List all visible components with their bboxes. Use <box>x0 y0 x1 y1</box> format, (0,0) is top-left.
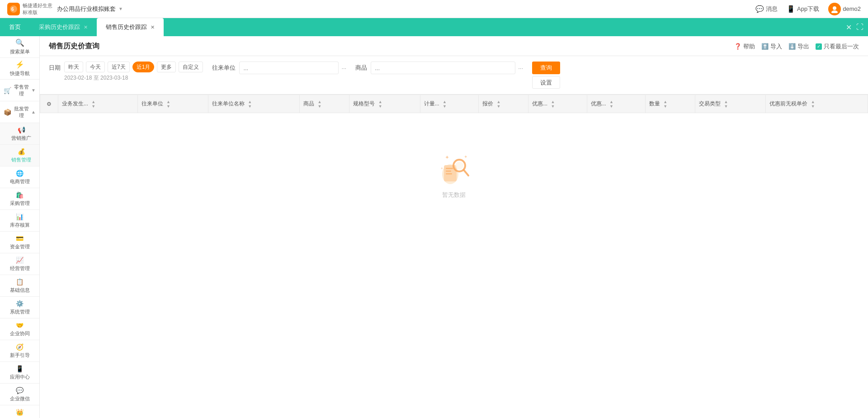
company-selector[interactable]: 办公用品行业模拟账套 ▼ <box>57 5 123 13</box>
fullscreen-icon[interactable]: ⛶ <box>856 23 863 31</box>
product-input[interactable] <box>371 62 515 74</box>
message-label: 消息 <box>766 5 778 13</box>
tab-sales-history[interactable]: 销售历史价跟踪 ✕ <box>97 18 164 36</box>
partner-filter-input: ··· <box>239 62 346 74</box>
app-download-label: App下载 <box>797 5 819 13</box>
only-last-checkbox[interactable]: ✓ 只看最后一次 <box>816 43 859 51</box>
message-button[interactable]: 💬 消息 <box>755 5 778 13</box>
sidebar-item-inventory[interactable]: 📊 库存核算 <box>0 210 39 232</box>
close-sales-history-icon[interactable]: ✕ <box>151 24 155 30</box>
sidebar-item-sales-mgmt[interactable]: 💰 销售管理 <box>0 145 39 166</box>
checkbox-icon: ✓ <box>816 43 822 50</box>
preset-last1m[interactable]: 近1月 <box>132 62 155 72</box>
partner-input[interactable] <box>239 62 339 74</box>
settings-button[interactable]: 设置 <box>532 76 560 89</box>
preset-today[interactable]: 今天 <box>86 62 105 72</box>
sidebar-app-label: 应用中心 <box>10 374 30 380</box>
table-col-pretax-price[interactable]: 优惠前无税单价 ▲▼ <box>766 95 868 113</box>
product-dots-icon[interactable]: ··· <box>518 65 523 71</box>
table-col-discount2[interactable]: 优惠... ▲▼ <box>587 95 645 113</box>
tab-bar-actions: ✕ ⛶ <box>846 23 868 32</box>
preset-more[interactable]: 更多 <box>157 62 176 72</box>
preset-custom[interactable]: 自定义 <box>179 62 203 72</box>
query-button[interactable]: 查询 <box>532 62 560 74</box>
app-download-button[interactable]: 📱 App下载 <box>787 5 819 13</box>
table-container: ⚙ 业务发生... ▲▼ 往来单位 ▲▼ 往来单位名称 ▲▼ <box>40 95 868 418</box>
table-gear-column[interactable]: ⚙ <box>40 95 58 113</box>
table-col-spec[interactable]: 规格型号 ▲▼ <box>349 95 420 113</box>
gear-icon[interactable]: ⚙ <box>47 101 52 107</box>
sidebar-finance-label: 资金管理 <box>10 243 30 250</box>
marketing-icon: 📢 <box>18 126 25 133</box>
guide-icon: 🧭 <box>16 343 24 351</box>
purchase-history-tab-label: 采购历史价跟踪 <box>39 23 80 31</box>
finance-icon: 💳 <box>16 235 24 242</box>
sidebar-search-menu-label: 搜索菜单 <box>10 48 30 55</box>
partner-dots-icon[interactable]: ··· <box>341 65 346 71</box>
table-col-partner-code[interactable]: 往来单位 ▲▼ <box>137 95 208 113</box>
table-col-biz-date[interactable]: 业务发生... ▲▼ <box>58 95 138 113</box>
sales-icon: 💰 <box>18 148 25 155</box>
import-button[interactable]: ⬆️ 导入 <box>761 43 782 51</box>
svg-rect-7 <box>446 171 451 172</box>
info-icon: 📋 <box>16 278 24 285</box>
sidebar-sales-label: 销售管理 <box>11 157 31 163</box>
sidebar-item-member[interactable]: 👑 畅会员 <box>0 405 39 418</box>
main-layout: 🔍 搜索菜单 ⚡ 快捷导航 🛒 零售管理 ▼ 📦 批发管理 ▲ 📢 营销推广 💰… <box>0 36 868 418</box>
close-all-tabs-icon[interactable]: ✕ <box>846 23 852 32</box>
tab-home[interactable]: 首页 <box>0 18 30 36</box>
preset-last7[interactable]: 近7天 <box>108 62 130 72</box>
sidebar-collab-label: 企业协同 <box>10 330 30 337</box>
ecommerce-icon: 🌐 <box>16 170 24 177</box>
table-col-product[interactable]: 商品 ▲▼ <box>300 95 349 113</box>
sidebar-item-new-guide[interactable]: 🧭 新手引导 <box>0 340 39 362</box>
help-button[interactable]: ❓ 帮助 <box>734 43 755 51</box>
close-purchase-history-icon[interactable]: ✕ <box>84 24 88 30</box>
sidebar-business-label: 经营管理 <box>10 265 30 272</box>
empty-state: ✦ ✦ ✦ 暂无数据 <box>40 113 868 235</box>
sidebar-item-search-menu[interactable]: 🔍 搜索菜单 <box>0 36 39 58</box>
tab-purchase-history[interactable]: 采购历史价跟踪 ✕ <box>30 18 97 36</box>
filter-bar: 日期 昨天 今天 近7天 近1月 更多 自定义 2023-02-18 至 202… <box>40 56 868 95</box>
sort-icon: ▲▼ <box>724 100 728 109</box>
sort-icon: ▲▼ <box>551 100 555 109</box>
table-col-trade-type[interactable]: 交易类型 ▲▼ <box>695 95 766 113</box>
table-col-quantity[interactable]: 数量 ▲▼ <box>645 95 695 113</box>
sidebar-item-quick-nav[interactable]: ⚡ 快捷导航 <box>0 58 39 80</box>
table-col-unit[interactable]: 计量... ▲▼ <box>420 95 478 113</box>
export-button[interactable]: ⬇️ 导出 <box>788 43 809 51</box>
sidebar-item-purchase-mgmt[interactable]: 🛍️ 采购管理 <box>0 188 39 210</box>
svg-text:✦: ✦ <box>445 154 449 161</box>
user-name-label: demo2 <box>843 5 861 12</box>
sidebar-item-finance[interactable]: 💳 资金管理 <box>0 232 39 253</box>
sidebar-item-marketing[interactable]: 📢 营销推广 <box>0 123 39 145</box>
company-selector-label: 办公用品行业模拟账套 <box>57 5 116 13</box>
sidebar-guide-label: 新手引导 <box>10 352 30 359</box>
chevron-down-icon: ▼ <box>31 88 36 93</box>
sidebar-item-ecommerce[interactable]: 🌐 电商管理 <box>0 166 39 188</box>
sidebar-item-enterprise-wechat[interactable]: 💬 企业微信 <box>0 384 39 405</box>
tab-bar: 首页 采购历史价跟踪 ✕ 销售历史价跟踪 ✕ ✕ ⛶ <box>0 18 868 36</box>
table-col-partner-name[interactable]: 往来单位名称 ▲▼ <box>208 95 299 113</box>
date-options: 昨天 今天 近7天 近1月 更多 自定义 2023-02-18 至 2023-0… <box>64 62 203 82</box>
date-filter-label: 日期 <box>49 62 61 74</box>
table-col-price[interactable]: 报价 ▲▼ <box>479 95 528 113</box>
preset-yesterday[interactable]: 昨天 <box>64 62 83 72</box>
sort-icon: ▲▼ <box>443 100 447 109</box>
sidebar-item-wholesale-mgmt[interactable]: 📦 批发管理 ▲ <box>0 101 39 123</box>
sidebar-retail-label: 零售管理 <box>12 84 30 97</box>
sidebar-item-system[interactable]: ⚙️ 系统管理 <box>0 297 39 318</box>
sidebar-item-retail-mgmt[interactable]: 🛒 零售管理 ▼ <box>0 80 39 101</box>
sidebar-item-app-center[interactable]: 📱 应用中心 <box>0 362 39 384</box>
product-filter-input: ··· <box>371 62 523 74</box>
empty-icon: ✦ ✦ ✦ <box>436 149 472 185</box>
user-area[interactable]: demo2 <box>828 3 861 15</box>
table-col-discount1[interactable]: 优惠... ▲▼ <box>528 95 587 113</box>
sidebar-item-basic-info[interactable]: 📋 基础信息 <box>0 275 39 297</box>
top-bar-left: 6 畅捷通好生意 标准版 办公用品行业模拟账套 ▼ <box>7 2 123 15</box>
sidebar-marketing-label: 营销推广 <box>11 135 31 142</box>
sidebar-item-enterprise-collab[interactable]: 🤝 企业协同 <box>0 318 39 340</box>
sidebar-item-business[interactable]: 📈 经营管理 <box>0 253 39 275</box>
date-filter-group: 日期 昨天 今天 近7天 近1月 更多 自定义 2023-02-18 至 202… <box>49 62 203 82</box>
member-icon: 👑 <box>16 408 24 416</box>
